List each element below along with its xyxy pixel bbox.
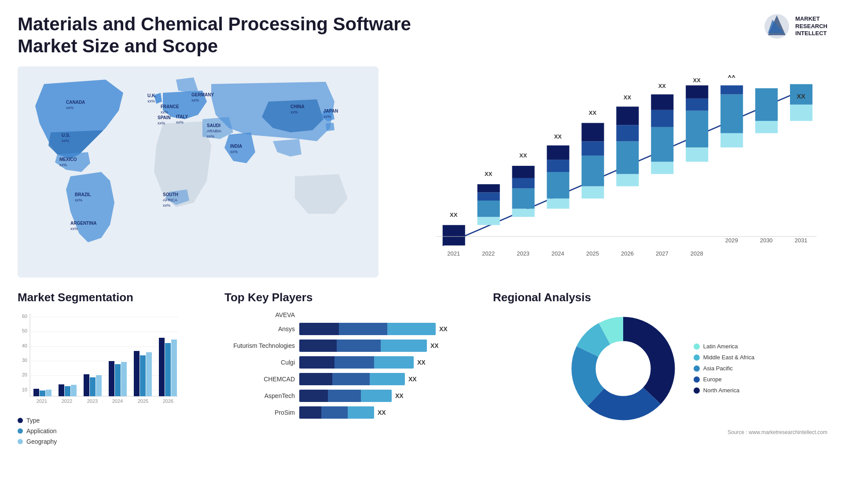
dot-latin-america xyxy=(694,343,700,350)
svg-text:SPAIN: SPAIN xyxy=(158,115,171,120)
svg-rect-77 xyxy=(686,147,708,162)
svg-rect-116 xyxy=(84,374,89,396)
player-bar-prosim: XX xyxy=(299,406,480,419)
svg-text:2022: 2022 xyxy=(62,398,72,404)
svg-text:SOUTH: SOUTH xyxy=(163,192,178,197)
svg-text:xx%: xx% xyxy=(158,121,165,125)
world-map-svg: CANADA xx% U.S. xx% MEXICO xx% BRAZIL xx… xyxy=(18,66,378,278)
segmentation-legend: Type Application Geography xyxy=(18,417,211,445)
svg-rect-125 xyxy=(159,338,165,396)
svg-rect-91 xyxy=(790,105,812,121)
svg-rect-55 xyxy=(547,160,569,172)
svg-text:FRANCE: FRANCE xyxy=(161,104,179,109)
svg-text:2026: 2026 xyxy=(621,250,634,257)
legend-type: Type xyxy=(18,417,211,424)
legend-europe: Europe xyxy=(694,376,754,383)
svg-text:CANADA: CANADA xyxy=(66,100,85,105)
label-latin-america: Latin America xyxy=(703,343,738,350)
svg-text:xx%: xx% xyxy=(191,98,199,102)
svg-rect-124 xyxy=(146,352,152,396)
header: Materials and Chemical Processing Softwa… xyxy=(18,13,827,58)
svg-text:2021: 2021 xyxy=(447,250,460,257)
svg-rect-47 xyxy=(512,208,535,217)
svg-text:xx%: xx% xyxy=(59,163,67,167)
page-title: Materials and Chemical Processing Softwa… xyxy=(18,13,414,58)
main-container: Materials and Chemical Processing Softwa… xyxy=(0,0,845,504)
svg-text:SAUDI: SAUDI xyxy=(207,123,220,128)
svg-rect-115 xyxy=(71,385,77,396)
svg-text:U.K.: U.K. xyxy=(147,93,156,98)
svg-rect-89 xyxy=(755,88,778,121)
brand-logo-icon xyxy=(764,13,790,40)
svg-rect-88 xyxy=(755,121,778,133)
svg-rect-50 xyxy=(512,166,535,178)
svg-text:MEXICO: MEXICO xyxy=(59,157,77,162)
svg-text:10: 10 xyxy=(22,387,27,392)
svg-text:XX: XX xyxy=(589,110,597,116)
player-name-prosim: ProSim xyxy=(224,409,295,416)
svg-text:60: 60 xyxy=(22,314,27,319)
svg-text:2030: 2030 xyxy=(760,237,773,243)
bar-chart-svg: XX 2021 XX 2022 XX 2023 xyxy=(418,75,819,269)
svg-rect-61 xyxy=(581,141,604,156)
player-name-aspentech: AspenTech xyxy=(224,392,295,399)
segmentation-section: Market Segmentation 60 50 40 30 20 10 xyxy=(18,286,211,491)
svg-rect-119 xyxy=(109,361,114,396)
svg-rect-114 xyxy=(65,386,70,396)
svg-rect-79 xyxy=(686,99,708,111)
svg-text:xx%: xx% xyxy=(70,226,78,231)
svg-text:xx%: xx% xyxy=(290,110,298,114)
world-map-section: CANADA xx% U.S. xx% MEXICO xx% BRAZIL xx… xyxy=(18,66,378,278)
svg-text:2031: 2031 xyxy=(795,237,808,243)
svg-rect-118 xyxy=(96,375,102,396)
svg-rect-53 xyxy=(547,198,569,208)
svg-rect-83 xyxy=(720,133,743,148)
svg-rect-120 xyxy=(115,364,121,396)
svg-text:BRAZIL: BRAZIL xyxy=(75,192,91,197)
svg-rect-65 xyxy=(616,174,639,186)
player-name-ansys: Ansys xyxy=(224,325,295,332)
svg-text:2029: 2029 xyxy=(725,237,738,243)
svg-rect-67 xyxy=(616,125,639,141)
player-row-prosim: ProSim XX xyxy=(224,406,480,419)
svg-text:2025: 2025 xyxy=(586,250,599,257)
svg-rect-126 xyxy=(165,343,171,396)
svg-text:xx%: xx% xyxy=(230,150,238,154)
legend-north-america: North America xyxy=(694,387,754,394)
svg-rect-127 xyxy=(171,340,177,396)
svg-rect-44 xyxy=(478,184,500,193)
regional-section: Regional Analysis xyxy=(493,286,827,491)
player-row-aveva: AVEVA xyxy=(224,311,480,318)
svg-text:xx%: xx% xyxy=(323,114,331,119)
svg-rect-59 xyxy=(581,186,604,198)
players-section: Top Key Players AVEVA Ansys XX xyxy=(224,286,480,491)
svg-rect-123 xyxy=(140,355,146,396)
svg-text:40: 40 xyxy=(22,343,27,348)
svg-text:JAPAN: JAPAN xyxy=(323,109,338,113)
player-bar-culgi: XX xyxy=(299,356,480,369)
top-row: CANADA xx% U.S. xx% MEXICO xx% BRAZIL xx… xyxy=(18,66,827,278)
svg-rect-84 xyxy=(720,94,743,133)
svg-text:XX: XX xyxy=(624,94,632,100)
svg-text:2024: 2024 xyxy=(551,250,564,257)
regional-title: Regional Analysis xyxy=(493,291,827,304)
svg-rect-72 xyxy=(651,127,673,162)
label-asia-pacific: Asia Pacific xyxy=(703,365,733,372)
legend-geography-dot xyxy=(18,439,23,444)
svg-rect-43 xyxy=(478,192,500,201)
svg-text:xx%: xx% xyxy=(66,106,73,110)
bar-chart-section: XX 2021 XX 2022 XX 2023 xyxy=(392,66,827,278)
player-name-futurism: Futurism Technologies xyxy=(224,342,295,349)
svg-rect-54 xyxy=(547,172,569,198)
svg-text:2024: 2024 xyxy=(112,398,123,404)
segmentation-chart-svg: 60 50 40 30 20 10 xyxy=(18,311,185,408)
svg-text:XX: XX xyxy=(554,133,562,140)
svg-text:20: 20 xyxy=(22,372,27,377)
source-text: Source : www.marketresearchintellect.com xyxy=(493,429,827,435)
svg-text:XX: XX xyxy=(797,93,805,100)
svg-point-140 xyxy=(597,342,650,395)
svg-rect-48 xyxy=(512,188,535,208)
svg-text:xx%: xx% xyxy=(207,134,214,139)
svg-text:XX: XX xyxy=(693,77,701,83)
player-bar-ansys: XX xyxy=(299,323,480,335)
